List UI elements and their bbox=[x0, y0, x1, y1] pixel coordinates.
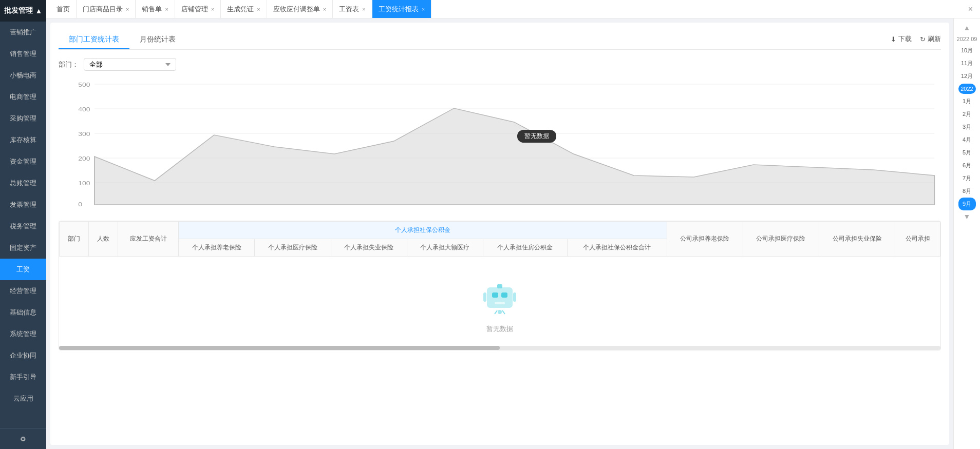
tab-store-mgmt-close[interactable]: × bbox=[211, 6, 214, 12]
sidebar-item-marketing[interactable]: 营销推广 bbox=[0, 22, 46, 43]
tab-ar-ap-label: 应收应付调整单 bbox=[273, 5, 320, 14]
sidebar-item-guide[interactable]: 新手引导 bbox=[0, 366, 46, 388]
sidebar-item-purchase[interactable]: 采购管理 bbox=[0, 108, 46, 129]
timeline-month-jan[interactable]: 1月 bbox=[954, 95, 980, 108]
sub-tab-monthly[interactable]: 月份统计表 bbox=[129, 31, 186, 49]
sidebar-item-ecommerce-small[interactable]: 小畅电商 bbox=[0, 65, 46, 86]
col-total-wage: 应发工资合计 bbox=[118, 222, 179, 257]
scroll-thumb[interactable] bbox=[59, 346, 500, 350]
svg-text:100: 100 bbox=[78, 180, 90, 186]
sidebar-item-tax[interactable]: 税务管理 bbox=[0, 216, 46, 237]
tabs-close-all[interactable]: × bbox=[965, 5, 976, 14]
tab-ar-ap[interactable]: 应收应付调整单 × bbox=[267, 0, 333, 18]
tab-sales-close[interactable]: × bbox=[165, 6, 168, 12]
main: 首页 门店商品目录 × 销售单 × 店铺管理 × 生成凭证 × 应收应付调整单 … bbox=[46, 0, 980, 449]
timeline-month-jul[interactable]: 7月 bbox=[954, 172, 980, 185]
tab-store-mgmt[interactable]: 店铺管理 × bbox=[175, 0, 221, 18]
timeline-year-2022[interactable]: 2022 bbox=[958, 84, 976, 94]
sidebar-item-system[interactable]: 系统管理 bbox=[0, 323, 46, 345]
data-table: 部门 人数 应发工资合计 个人承担社保公积金 公司承担养老保险 公司承担医疗保险… bbox=[59, 221, 940, 257]
svg-rect-17 bbox=[497, 284, 502, 288]
col-personal-total: 个人承担社保公积金合计 bbox=[567, 239, 667, 257]
col-company-unemploy: 公司承担失业保险 bbox=[819, 222, 895, 257]
col-company-other: 公司承担 bbox=[895, 222, 940, 257]
svg-marker-12 bbox=[95, 108, 934, 205]
sidebar-item-assets[interactable]: 固定资产 bbox=[0, 237, 46, 259]
tab-store-catalog[interactable]: 门店商品目录 × bbox=[77, 0, 136, 18]
sidebar-item-cloud[interactable]: 云应用 bbox=[0, 388, 46, 409]
timeline-month-oct[interactable]: 10月 bbox=[954, 44, 980, 57]
content: 部门工资统计表 月份统计表 ⬇ 下载 ↻ 刷新 bbox=[46, 18, 980, 449]
svg-text:400: 400 bbox=[78, 106, 90, 112]
sub-tab-dept[interactable]: 部门工资统计表 bbox=[59, 31, 129, 49]
tab-store-catalog-close[interactable]: × bbox=[126, 6, 129, 12]
sidebar-item-sales[interactable]: 销售管理 bbox=[0, 43, 46, 65]
tab-payroll-label: 工资表 bbox=[339, 5, 359, 14]
svg-text:300: 300 bbox=[78, 131, 90, 137]
tab-payroll-close[interactable]: × bbox=[362, 6, 365, 12]
timeline-year-label: 2022.09 bbox=[954, 34, 980, 44]
col-personal-unemploy: 个人承担失业保险 bbox=[331, 239, 407, 257]
timeline-month-feb[interactable]: 2月 bbox=[954, 108, 980, 121]
table-container: 部门 人数 应发工资合计 个人承担社保公积金 公司承担养老保险 公司承担医疗保险… bbox=[59, 221, 941, 350]
timeline-month-may[interactable]: 5月 bbox=[954, 146, 980, 159]
timeline-nav-down[interactable]: ▼ bbox=[962, 210, 973, 223]
tab-sales[interactable]: 销售单 × bbox=[136, 0, 175, 18]
scrollbar[interactable] bbox=[59, 346, 940, 350]
col-personal-housing: 个人承担住房公积金 bbox=[483, 239, 568, 257]
timeline-month-mar[interactable]: 3月 bbox=[954, 121, 980, 133]
sidebar-item-ledger[interactable]: 总账管理 bbox=[0, 172, 46, 194]
timeline-month-nov[interactable]: 11月 bbox=[954, 57, 980, 70]
sidebar-item-finance[interactable]: 资金管理 bbox=[0, 151, 46, 172]
timeline-panel: ▲ 2022.09 10月 11月 12月 2022 1月 2月 3月 4月 5… bbox=[953, 18, 980, 449]
download-button[interactable]: ⬇ 下载 bbox=[891, 31, 912, 47]
sidebar-item-inventory[interactable]: 库存核算 bbox=[0, 129, 46, 151]
toolbar: 部门： 全部 bbox=[59, 58, 941, 71]
sidebar-item-salary[interactable]: 工资 bbox=[0, 259, 46, 280]
col-personal-insurance: 个人承担社保公积金 bbox=[178, 222, 667, 239]
sidebar-item-basic-info[interactable]: 基础信息 bbox=[0, 302, 46, 323]
dept-selector: 部门： 全部 bbox=[59, 58, 176, 71]
tab-gen-voucher-close[interactable]: × bbox=[257, 6, 260, 12]
timeline-month-aug[interactable]: 8月 bbox=[954, 185, 980, 198]
timeline-nav-up[interactable]: ▲ bbox=[962, 22, 973, 34]
tab-sales-label: 销售单 bbox=[142, 5, 162, 14]
tab-payroll-report-label: 工资统计报表 bbox=[379, 5, 419, 14]
timeline-month-apr[interactable]: 4月 bbox=[954, 133, 980, 146]
tab-gen-voucher[interactable]: 生成凭证 × bbox=[221, 0, 267, 18]
svg-text:500: 500 bbox=[78, 82, 90, 88]
svg-rect-13 bbox=[487, 287, 513, 308]
col-company-old-age: 公司承担养老保险 bbox=[667, 222, 743, 257]
tab-payroll-report-close[interactable]: × bbox=[422, 6, 425, 12]
sidebar-item-invoice[interactable]: 发票管理 bbox=[0, 194, 46, 216]
page-content: 部门工资统计表 月份统计表 ⬇ 下载 ↻ 刷新 bbox=[50, 23, 949, 445]
sidebar-settings[interactable]: ⚙ bbox=[0, 428, 46, 449]
tab-home[interactable]: 首页 bbox=[50, 0, 77, 18]
tab-ar-ap-close[interactable]: × bbox=[323, 6, 326, 12]
sidebar-toggle-icon: ▲ bbox=[35, 7, 43, 15]
sidebar-item-operations[interactable]: 经营管理 bbox=[0, 280, 46, 302]
col-company-medical: 公司承担医疗保险 bbox=[743, 222, 819, 257]
tab-gen-voucher-label: 生成凭证 bbox=[227, 5, 254, 14]
refresh-button[interactable]: ↻ 刷新 bbox=[920, 31, 941, 47]
svg-rect-15 bbox=[501, 292, 507, 298]
dept-label: 部门： bbox=[59, 60, 79, 69]
svg-point-20 bbox=[498, 310, 502, 314]
tab-payroll[interactable]: 工资表 × bbox=[333, 0, 372, 18]
col-personal-old-age: 个人承担养老保险 bbox=[178, 239, 254, 257]
sidebar-item-enterprise[interactable]: 企业协同 bbox=[0, 345, 46, 366]
tabs-bar: 首页 门店商品目录 × 销售单 × 店铺管理 × 生成凭证 × 应收应付调整单 … bbox=[46, 0, 980, 18]
dept-select[interactable]: 全部 bbox=[84, 58, 176, 71]
col-dept: 部门 bbox=[60, 222, 89, 257]
col-personal-major-medical: 个人承担大额医疗 bbox=[407, 239, 483, 257]
tab-store-mgmt-label: 店铺管理 bbox=[181, 5, 208, 14]
timeline-month-jun[interactable]: 6月 bbox=[954, 159, 980, 172]
tab-payroll-report[interactable]: 工资统计报表 × bbox=[372, 0, 431, 18]
timeline-month-dec[interactable]: 12月 bbox=[954, 70, 980, 83]
sidebar-header[interactable]: 批发管理 ▲ bbox=[0, 0, 46, 22]
refresh-icon: ↻ bbox=[920, 35, 926, 43]
svg-line-21 bbox=[495, 310, 497, 314]
timeline-month-sep[interactable]: 9月 bbox=[958, 198, 976, 210]
chart-container: 500 400 300 200 100 0 bbox=[59, 79, 941, 212]
sidebar-item-ecommerce[interactable]: 电商管理 bbox=[0, 86, 46, 108]
